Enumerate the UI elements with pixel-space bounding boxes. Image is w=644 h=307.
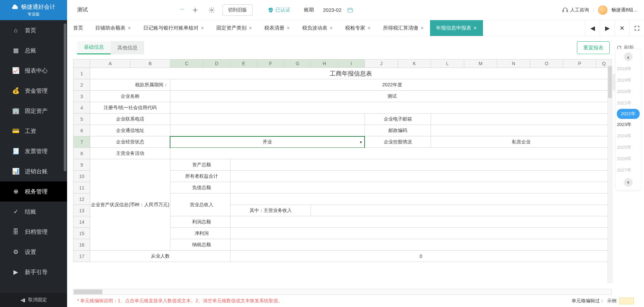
year-option[interactable]: 2019年	[617, 75, 640, 86]
cell-label[interactable]: 资产总额	[170, 159, 230, 171]
cell-label[interactable]: 企业通信地址	[90, 125, 170, 136]
cell-label[interactable]: 纳税总额	[170, 239, 230, 251]
year-down-button[interactable]: ▼	[624, 178, 633, 187]
cell-label[interactable]: 企业电子邮箱	[365, 114, 431, 125]
col-header-C[interactable]: C	[170, 59, 203, 68]
row-header-17[interactable]: 17	[73, 251, 90, 262]
cell[interactable]	[230, 216, 611, 228]
cell[interactable]	[230, 239, 611, 251]
cell[interactable]	[170, 114, 365, 125]
sidebar-item-3[interactable]: 💰资金管理	[0, 81, 67, 101]
sidebar-item-0[interactable]: ⌂首页	[0, 20, 67, 40]
tab-4[interactable]: 税表清册✕	[258, 20, 296, 36]
row-header-2[interactable]: 2	[73, 79, 90, 91]
col-header-D[interactable]: D	[203, 59, 230, 68]
cell-label[interactable]: 净利润	[170, 228, 230, 239]
sheet-corner[interactable]	[73, 59, 90, 68]
row-header-12[interactable]: 12	[73, 193, 90, 205]
year-option[interactable]: 2023年	[617, 119, 640, 130]
col-header-H[interactable]: H	[311, 59, 338, 68]
col-header-P[interactable]: P	[563, 59, 596, 68]
sidebar-item-1[interactable]: ▦总账	[0, 40, 67, 60]
calendar-icon[interactable]	[344, 4, 356, 16]
username[interactable]: 畅捷通B组...	[611, 7, 637, 13]
subtab-other[interactable]: 其他信息	[111, 41, 144, 54]
cell[interactable]	[230, 159, 611, 171]
close-icon[interactable]: ✕	[286, 26, 290, 31]
dropdown-arrow-icon[interactable]: ▼	[359, 140, 363, 144]
hscroll-thumb[interactable]	[74, 290, 102, 294]
cell-label[interactable]: 企业控股情况	[365, 136, 431, 148]
year-option[interactable]: 2026年	[617, 153, 640, 165]
add-button[interactable]	[190, 4, 201, 16]
selected-cell-dropdown[interactable]: 开业▼	[170, 136, 365, 148]
row-header-7[interactable]: 7	[73, 136, 90, 148]
col-header-I[interactable]: I	[338, 59, 365, 68]
cell-label[interactable]: 利润总额	[170, 216, 230, 228]
sidebar-item-5[interactable]: 💳工资	[0, 121, 67, 141]
row-header-9[interactable]: 9	[73, 159, 90, 171]
cell-value[interactable]: 2022年度	[170, 79, 611, 91]
close-icon[interactable]: ✕	[249, 26, 252, 31]
switch-old-button[interactable]: 切到旧版	[222, 4, 253, 16]
row-header-11[interactable]: 11	[73, 182, 90, 193]
cell[interactable]	[431, 125, 612, 136]
cell-label[interactable]: 注册号/统一社会信用代码	[90, 102, 170, 114]
cell[interactable]	[230, 171, 611, 182]
sidebar-item-6[interactable]: 🧾发票管理	[0, 141, 67, 161]
col-header-K[interactable]: K	[398, 59, 431, 68]
col-header-N[interactable]: N	[497, 59, 530, 68]
fullscreen-button[interactable]	[629, 20, 644, 36]
vscroll-thumb[interactable]	[608, 66, 612, 98]
cell-label-merged[interactable]: 企业资产状况信息(币种：人民币万元)	[90, 159, 170, 251]
tabs-close-button[interactable]: ✕	[614, 20, 629, 36]
year-option[interactable]: 2024年	[617, 130, 640, 142]
tab-7[interactable]: 所得税汇算清缴✕	[377, 20, 430, 36]
col-header-M[interactable]: M	[464, 59, 497, 68]
cell[interactable]	[170, 125, 365, 136]
col-header-A[interactable]: A	[90, 59, 130, 68]
cell-label[interactable]: 营业总收入	[170, 193, 230, 216]
close-icon[interactable]: ✕	[367, 26, 371, 31]
cell-label[interactable]: 企业名称	[90, 91, 170, 102]
cell-label[interactable]: 企业联系电话	[90, 114, 170, 125]
col-header-J[interactable]: J	[365, 59, 398, 68]
tab-3[interactable]: 固定资产类别✕	[210, 20, 258, 36]
cell-label[interactable]: 负债总额	[170, 182, 230, 193]
row-header-16[interactable]: 16	[73, 239, 90, 251]
close-icon[interactable]: ✕	[420, 26, 424, 31]
row-header-4[interactable]: 4	[73, 102, 90, 114]
tab-0[interactable]: 首页	[67, 20, 89, 36]
row-header-8[interactable]: 8	[73, 148, 90, 159]
row-header-14[interactable]: 14	[73, 216, 90, 228]
cell-label[interactable]: 从业人数	[90, 251, 230, 262]
close-icon[interactable]: ✕	[127, 26, 131, 31]
year-option[interactable]: 2021年	[617, 97, 640, 109]
row-header-1[interactable]: 1	[73, 68, 90, 79]
vertical-scrollbar[interactable]	[607, 65, 612, 283]
cell[interactable]	[230, 228, 611, 239]
cell-label[interactable]: 所有者权益合计	[170, 171, 230, 182]
sidebar-item-4[interactable]: 🏢固定资产	[0, 101, 67, 121]
year-option[interactable]: 2018年	[617, 63, 640, 75]
close-icon[interactable]: ✕	[201, 26, 204, 31]
cell[interactable]	[170, 102, 611, 114]
cell-label[interactable]: 邮政编码	[365, 125, 431, 136]
tab-1[interactable]: 目辅助余额表✕	[89, 20, 137, 36]
consult-link[interactable]: 人工咨询	[562, 7, 589, 13]
year-up-button[interactable]: ▲	[624, 52, 633, 61]
col-header-L[interactable]: L	[431, 59, 464, 68]
avatar[interactable]	[598, 5, 607, 15]
sidebar-item-8[interactable]: ⊕税务管理	[0, 181, 67, 202]
cell-label[interactable]: 主营业务活动	[90, 148, 170, 159]
col-header-O[interactable]: O	[530, 59, 563, 68]
cell-label[interactable]: 其中：主营业务收入	[230, 205, 311, 216]
cell-value[interactable]: 私营企业	[431, 136, 612, 148]
row-header-5[interactable]: 5	[73, 114, 90, 125]
cell-value[interactable]: 测试	[170, 91, 611, 102]
company-dropdown[interactable]: 测试 ﹀	[77, 4, 184, 16]
cell-label[interactable]: 企业经营状态	[90, 136, 170, 148]
row-header-6[interactable]: 6	[73, 125, 90, 136]
sidebar-item-7[interactable]: 📊进销台账	[0, 161, 67, 181]
row-header-3[interactable]: 3	[73, 91, 90, 102]
